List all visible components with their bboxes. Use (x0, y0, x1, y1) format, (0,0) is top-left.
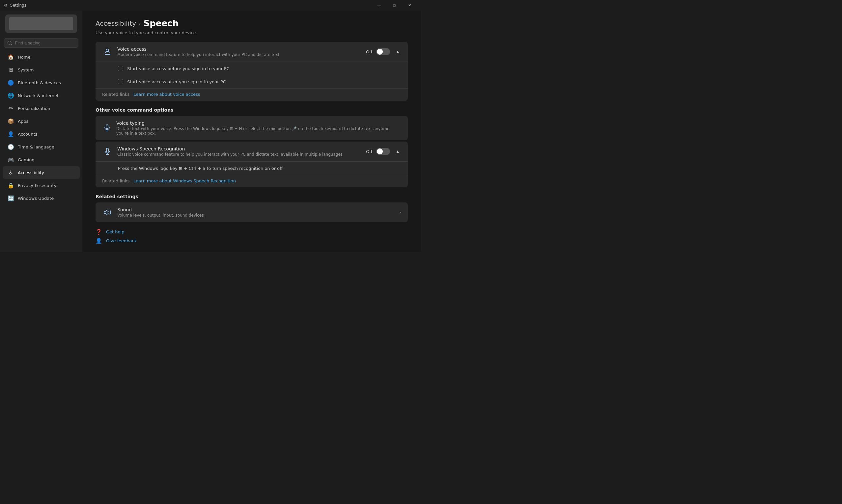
sidebar-item-privacy[interactable]: 🔒 Privacy & security (3, 179, 80, 192)
voice-access-title: Voice access (117, 47, 279, 52)
voice-access-toggle[interactable] (376, 48, 390, 55)
sidebar-item-apps[interactable]: 📦 Apps (3, 115, 80, 127)
accessibility-icon: ♿ (8, 169, 14, 176)
voice-typing-title: Voice typing (116, 121, 401, 126)
svg-rect-1 (106, 125, 108, 129)
voice-access-card: Voice access Modern voice command featur… (95, 42, 408, 101)
voice-access-checkbox1[interactable] (118, 66, 123, 71)
titlebar-controls: — □ ✕ (372, 0, 417, 11)
page-subtitle: Use your voice to type and control your … (95, 30, 408, 35)
sidebar-item-home[interactable]: 🏠 Home (3, 51, 80, 63)
sidebar-item-time[interactable]: 🕐 Time & language (3, 141, 80, 153)
sidebar-item-home-label: Home (18, 55, 30, 59)
voice-typing-card[interactable]: Voice typing Dictate text with your voic… (95, 116, 408, 140)
personalization-icon: ✏️ (8, 105, 14, 111)
avatar-image (9, 17, 73, 30)
titlebar-left: ⚙ Settings (4, 3, 27, 7)
give-feedback-link[interactable]: 👤 Give feedback (95, 238, 408, 244)
speech-recognition-header-left: Windows Speech Recognition Classic voice… (102, 146, 343, 157)
speech-recognition-title-group: Windows Speech Recognition Classic voice… (117, 146, 343, 157)
voice-access-checkbox1-label: Start voice access before you sign in to… (127, 66, 230, 71)
sound-card[interactable]: Sound Volume levels, output, input, soun… (95, 202, 408, 222)
voice-access-learn-more-link[interactable]: Learn more about voice access (134, 92, 200, 97)
voice-access-header-left: Voice access Modern voice command featur… (102, 47, 279, 57)
minimize-button[interactable]: — (372, 0, 387, 11)
sidebar-item-network[interactable]: 🌐 Network & internet (3, 89, 80, 102)
sidebar-item-gaming-label: Gaming (18, 157, 35, 162)
sound-desc: Volume levels, output, input, sound devi… (117, 213, 394, 218)
user-avatar (5, 15, 77, 33)
speech-recognition-desc: Classic voice command feature to help yo… (117, 152, 343, 157)
voice-access-toggle-label: Off (366, 49, 372, 54)
speech-recognition-related-label: Related links (102, 178, 129, 183)
speech-recognition-body: Press the Windows logo key ⊞ + Ctrl + S … (95, 161, 408, 187)
give-feedback-icon: 👤 (95, 238, 102, 244)
get-help-link[interactable]: ❓ Get help (95, 229, 408, 235)
sidebar-item-network-label: Network & internet (18, 93, 59, 98)
search-input[interactable] (15, 40, 75, 46)
speech-recognition-icon (102, 146, 113, 157)
footer-links: ❓ Get help 👤 Give feedback (95, 229, 408, 244)
get-help-icon: ❓ (95, 229, 102, 235)
speech-recognition-learn-more-link[interactable]: Learn more about Windows Speech Recognit… (134, 178, 236, 183)
svg-rect-4 (106, 148, 108, 152)
network-icon: 🌐 (8, 92, 14, 98)
titlebar: ⚙ Settings — □ ✕ (0, 0, 421, 11)
voice-access-desc: Modern voice command feature to help you… (117, 52, 279, 57)
sidebar-item-personalization[interactable]: ✏️ Personalization (3, 102, 80, 114)
sound-title: Sound (117, 207, 394, 212)
voice-access-related-links: Related links Learn more about voice acc… (95, 88, 408, 101)
voice-access-collapse-btn[interactable]: ▲ (394, 48, 401, 56)
sidebar-item-bluetooth-label: Bluetooth & devices (18, 80, 61, 85)
settings-icon: ⚙ (4, 3, 7, 7)
voice-access-header: Voice access Modern voice command featur… (95, 42, 408, 61)
sound-chevron-icon: › (399, 210, 401, 215)
sidebar-item-accounts-label: Accounts (18, 132, 37, 137)
get-help-label: Get help (106, 230, 124, 234)
voice-typing-icon (102, 123, 112, 133)
sidebar-item-system[interactable]: 🖥 System (3, 64, 80, 76)
speech-recognition-toggle[interactable] (376, 148, 390, 155)
apps-icon: 📦 (8, 118, 14, 124)
sidebar: 🏠 Home 🖥 System 🔵 Bluetooth & devices 🌐 … (0, 11, 82, 252)
sidebar-item-gaming[interactable]: 🎮 Gaming (3, 154, 80, 166)
sidebar-nav: 🏠 Home 🖥 System 🔵 Bluetooth & devices 🌐 … (0, 50, 82, 205)
close-button[interactable]: ✕ (402, 0, 417, 11)
sidebar-item-accessibility[interactable]: ♿ Accessibility (3, 166, 80, 179)
other-section-heading: Other voice command options (95, 107, 408, 113)
privacy-icon: 🔒 (8, 182, 14, 188)
sidebar-item-accessibility-label: Accessibility (18, 170, 44, 175)
voice-typing-title-group: Voice typing Dictate text with your voic… (116, 121, 401, 136)
update-icon: 🔄 (8, 195, 14, 201)
system-icon: 🖥 (8, 67, 14, 73)
sidebar-item-accounts[interactable]: 👤 Accounts (3, 128, 80, 140)
bluetooth-icon: 🔵 (8, 80, 14, 86)
voice-access-controls: Off ▲ (366, 48, 401, 56)
gaming-icon: 🎮 (8, 157, 14, 163)
accounts-icon: 👤 (8, 131, 14, 137)
speech-recognition-collapse-btn[interactable]: ▲ (394, 147, 401, 156)
breadcrumb-parent[interactable]: Accessibility (95, 19, 136, 27)
sidebar-item-bluetooth[interactable]: 🔵 Bluetooth & devices (3, 76, 80, 89)
maximize-button[interactable]: □ (387, 0, 402, 11)
voice-access-title-group: Voice access Modern voice command featur… (117, 47, 279, 57)
time-icon: 🕐 (8, 144, 14, 150)
voice-access-related-label: Related links (102, 92, 129, 97)
sidebar-item-update-label: Windows Update (18, 196, 54, 201)
breadcrumb: Accessibility › Speech (95, 18, 408, 28)
sidebar-item-update[interactable]: 🔄 Windows Update (3, 192, 80, 204)
speech-recognition-shortcut: Press the Windows logo key ⊞ + Ctrl + S … (95, 162, 408, 175)
svg-marker-7 (104, 210, 107, 215)
related-settings-heading: Related settings (95, 194, 408, 199)
search-box[interactable] (4, 38, 78, 48)
sidebar-item-privacy-label: Privacy & security (18, 183, 56, 188)
voice-access-checkbox2-label: Start voice access after you sign in to … (127, 79, 226, 84)
voice-access-checkbox2-row: Start voice access after you sign in to … (95, 75, 408, 88)
voice-access-checkbox2[interactable] (118, 79, 123, 84)
voice-access-checkbox1-row: Start voice access before you sign in to… (95, 62, 408, 75)
sound-icon (102, 207, 113, 218)
search-icon (7, 41, 12, 46)
home-icon: 🏠 (8, 54, 14, 60)
speech-recognition-controls: Off ▲ (366, 147, 401, 156)
sidebar-item-apps-label: Apps (18, 119, 28, 124)
